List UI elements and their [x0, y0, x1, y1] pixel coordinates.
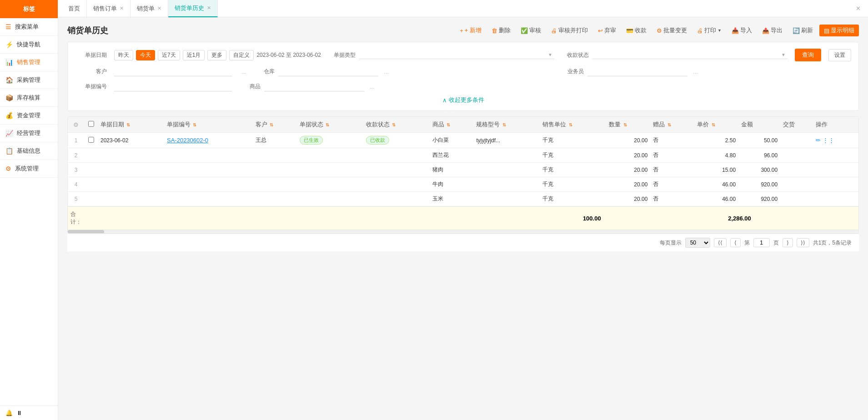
cell-checkbox[interactable]: [84, 192, 98, 206]
collapse-button[interactable]: ∧ 收起更多条件: [75, 94, 851, 106]
doc-type-select[interactable]: ▼: [359, 51, 554, 59]
notification-icon[interactable]: 🔔: [5, 410, 13, 416]
th-payment-status-label: 收款状态: [366, 121, 390, 128]
sidebar-item-ops-mgmt[interactable]: 📈 经营管理: [0, 125, 58, 142]
tab-home[interactable]: 首页: [62, 0, 87, 17]
tab-sales-order[interactable]: 销售订单 ✕: [87, 0, 130, 17]
toolbar: 销货单历史 + + 新增 🗑 删除 ✅ 审核 🖨 审核并打印: [67, 25, 859, 36]
edit-action[interactable]: ✏: [816, 137, 821, 144]
cell-date: 2023-06-02: [98, 133, 164, 148]
cell-actions: [813, 177, 858, 192]
cell-actions: [813, 192, 858, 206]
cell-doc-no[interactable]: SA-20230602-0: [164, 133, 253, 148]
cell-qty: 20.00: [606, 177, 650, 192]
warehouse-input[interactable]: [278, 67, 378, 76]
tab-sales-goods-history[interactable]: 销货单历史 ✕: [168, 0, 218, 17]
print-button[interactable]: 🖨 打印 ▼: [693, 25, 725, 36]
export-button[interactable]: 📤 导出: [758, 25, 786, 36]
query-button[interactable]: 查询: [795, 49, 821, 61]
cell-checkbox[interactable]: [84, 148, 98, 163]
date-btn-more[interactable]: 更多: [207, 50, 226, 60]
collect-button[interactable]: 💳 收款: [622, 25, 650, 36]
th-customer[interactable]: 客户 ⇅: [253, 117, 297, 133]
import-button[interactable]: 📥 导入: [728, 25, 756, 36]
next-page-button[interactable]: ⟩: [783, 238, 793, 247]
last-page-button[interactable]: ⟩⟩: [797, 238, 809, 247]
customer-dots[interactable]: …: [241, 69, 246, 75]
cell-spec: [473, 148, 540, 163]
audit-button[interactable]: ✅ 审核: [517, 25, 545, 36]
close-tab-sales-order[interactable]: ✕: [120, 5, 124, 11]
th-date[interactable]: 单据日期 ⇅: [98, 117, 164, 133]
th-price[interactable]: 单价 ⇅: [694, 117, 738, 133]
warehouse-dots[interactable]: …: [384, 69, 389, 75]
close-tab-sales-goods-history[interactable]: ✕: [207, 5, 211, 11]
doc-no-link[interactable]: SA-20230602-0: [167, 137, 208, 144]
cell-doc-no[interactable]: [164, 177, 253, 192]
cell-checkbox[interactable]: [84, 163, 98, 177]
date-filter: 昨天 今天 近7天 近1月 更多 自定义 2023-06-02 至 2023-0…: [114, 50, 321, 60]
customer-input[interactable]: [114, 67, 232, 76]
new-button[interactable]: + + 新增: [456, 25, 485, 36]
tab-sales-goods[interactable]: 销货单 ✕: [130, 0, 168, 17]
sidebar-item-basic-info[interactable]: 📋 基础信息: [0, 142, 58, 160]
delete-button[interactable]: 🗑 删除: [488, 25, 514, 36]
sidebar-item-purchase-mgmt[interactable]: 🏠 采购管理: [0, 71, 58, 89]
batch-change-button[interactable]: ⚙ 批量变更: [653, 25, 691, 36]
settings-button[interactable]: 设置: [828, 49, 851, 61]
prev-page-button[interactable]: ⟨: [730, 238, 741, 247]
row-checkbox[interactable]: [88, 137, 94, 143]
first-page-button[interactable]: ⟨⟨: [714, 238, 727, 247]
th-spec[interactable]: 规格型号 ⇅: [473, 117, 540, 133]
cell-checkbox[interactable]: [84, 133, 98, 148]
table-scrollbar-thumb[interactable]: [68, 230, 104, 234]
date-btn-7days[interactable]: 近7天: [158, 50, 180, 60]
payment-status-select[interactable]: ▼: [592, 51, 788, 59]
th-unit[interactable]: 销售单位 ⇅: [540, 117, 606, 133]
cell-unit: 千克: [540, 177, 606, 192]
page-size-select[interactable]: 50 100 200: [685, 238, 710, 248]
th-gift[interactable]: 赠品 ⇅: [650, 117, 694, 133]
th-qty[interactable]: 数量 ⇅: [606, 117, 650, 133]
table-scrollbar[interactable]: [68, 230, 858, 233]
th-doc-no[interactable]: 单据编号 ⇅: [164, 117, 253, 133]
th-checkbox[interactable]: [84, 117, 98, 133]
page-number-input[interactable]: [753, 238, 770, 247]
th-doc-status[interactable]: 单据状态 ⇅: [297, 117, 363, 133]
cell-checkbox[interactable]: [84, 177, 98, 192]
th-settings[interactable]: ⚙: [68, 117, 84, 133]
cell-doc-no[interactable]: [164, 163, 253, 177]
more-action[interactable]: ⋮⋮: [823, 137, 834, 144]
summary-values: 100.00 2,286.00: [94, 215, 856, 222]
show-detail-button[interactable]: ▤ 显示明细: [819, 25, 859, 36]
date-btn-today[interactable]: 今天: [136, 50, 155, 60]
date-btn-custom[interactable]: 自定义: [229, 50, 254, 60]
sidebar-item-sales-mgmt[interactable]: 📊 销售管理: [0, 54, 58, 71]
sidebar-item-quick-nav[interactable]: ⚡ 快捷导航: [0, 36, 58, 54]
delete-icon: 🗑: [492, 27, 497, 34]
abandon-button[interactable]: ↩ 弃审: [594, 25, 620, 36]
th-payment-status[interactable]: 收款状态 ⇅: [363, 117, 430, 133]
sidebar-item-search-menu[interactable]: ☰ 搜索菜单: [0, 18, 58, 36]
salesperson-input[interactable]: [587, 67, 687, 76]
goods-input[interactable]: [264, 82, 364, 91]
date-btn-1month[interactable]: 近1月: [183, 50, 205, 60]
doc-no-input[interactable]: [114, 82, 232, 91]
salesperson-dots[interactable]: …: [693, 69, 698, 75]
cell-doc-no[interactable]: [164, 192, 253, 206]
cell-doc-no[interactable]: [164, 148, 253, 163]
close-tab-sales-goods[interactable]: ✕: [157, 5, 161, 11]
date-btn-yesterday[interactable]: 昨天: [114, 50, 133, 60]
th-goods[interactable]: 商品 ⇅: [430, 117, 474, 133]
select-all-checkbox[interactable]: [88, 121, 94, 127]
goods-dots[interactable]: …: [370, 84, 375, 90]
sidebar-item-finance-mgmt[interactable]: 💰 资金管理: [0, 107, 58, 125]
pause-icon[interactable]: ⏸: [16, 410, 22, 416]
audit-print-button[interactable]: 🖨 审核并打印: [547, 25, 592, 36]
close-all-tabs[interactable]: ✕: [852, 5, 864, 12]
sidebar-item-inventory[interactable]: 📦 库存核算: [0, 89, 58, 107]
date-range-display: 2023-06-02 至 2023-06-02: [256, 51, 321, 59]
sidebar-item-system-mgmt[interactable]: ⚙ 系统管理: [0, 160, 58, 178]
refresh-button[interactable]: 🔄 刷新: [789, 25, 817, 36]
cell-unit: 千克: [540, 133, 606, 148]
